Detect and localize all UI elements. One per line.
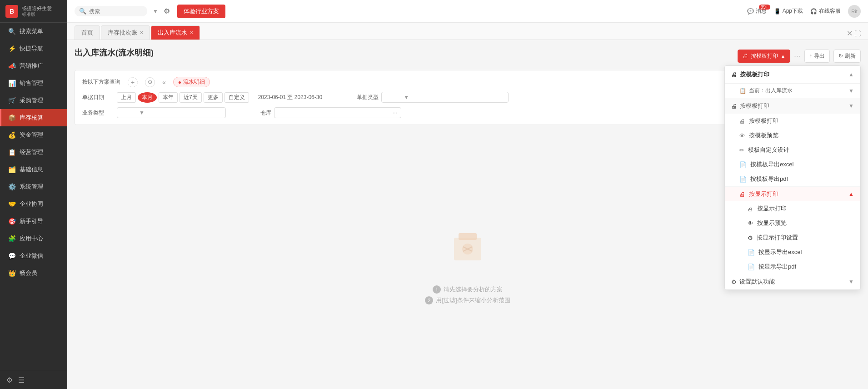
search-dropdown-arrow[interactable]: ▼ (153, 8, 158, 15)
settings-icon[interactable]: ⚙ (6, 376, 13, 384)
dropdown-display-print-group: 🖨 按显示打印 ▲ 🖨 按显示打印 👁 按显示预览 ⚙ 按显示打印设置 (725, 187, 860, 274)
sidebar-item-label: 资金管理 (20, 131, 43, 139)
sidebar-item-marketing[interactable]: 📣 营销推广 (0, 57, 67, 75)
sidebar-item-member[interactable]: 👑 畅会员 (0, 264, 67, 282)
app-download-label: App下载 (783, 7, 803, 15)
group-title-template: 🖨 按模板打印 (731, 102, 769, 110)
handshake-icon: 🤝 (8, 200, 16, 208)
date-btn-custom[interactable]: 自定义 (224, 92, 249, 103)
filter-prefix-label: 按以下方案查询 (82, 78, 120, 86)
date-btn-more[interactable]: 更多 (204, 92, 223, 103)
warehouse-input[interactable]: ··· (274, 107, 401, 118)
sidebar-item-apps[interactable]: 🧩 应用中心 (0, 230, 67, 247)
tab-batch-account[interactable]: 库存批次账 × (101, 25, 150, 40)
date-btn-7days[interactable]: 近7天 (180, 92, 202, 103)
window-maximize-icon[interactable]: ⛶ (854, 30, 861, 37)
date-range-display: 2023-06-01 至 2023-06-30 (258, 94, 322, 101)
pdf-icon: 📄 (748, 264, 755, 270)
refresh-label: 刷新 (845, 52, 856, 60)
sidebar-item-system[interactable]: ⚙️ 系统管理 (0, 178, 67, 195)
filter-date-label: 单据日期 (82, 94, 110, 101)
sidebar: B 畅捷通好生意 标准版 🔍 搜索菜单 ⚡ 快捷导航 📣 营销推广 📊 销售管理… (0, 0, 67, 389)
window-close-icon[interactable]: ✕ (847, 29, 853, 38)
collapse-icon[interactable]: ☰ (18, 376, 25, 384)
dropdown-item-display-preview[interactable]: 👁 按显示预览 (725, 216, 860, 230)
dropdown-item-display-print[interactable]: 🖨 按显示打印 (725, 201, 860, 216)
cart-icon: 🛒 (8, 96, 16, 105)
doc-type-arrow: ▼ (404, 94, 409, 100)
user-avatar[interactable]: Rit (848, 5, 861, 18)
app-download-button[interactable]: 📱 App下载 (774, 7, 803, 15)
filter-tag-icon: ● (178, 79, 181, 85)
tab-flow[interactable]: 出入库流水 × (151, 25, 200, 40)
settings-icon[interactable]: ⚙ (164, 7, 170, 15)
gear-icon: ⚙️ (8, 183, 16, 191)
customer-service-button[interactable]: 🎧 在线客服 (810, 7, 841, 15)
dropdown-item-display-export-pdf[interactable]: 📄 按显示导出pdf (725, 259, 860, 274)
empty-hint-1: 1 请先选择要分析的方案 (433, 285, 503, 294)
business-type-select[interactable]: ▼ (117, 107, 226, 118)
dropdown-item-template-preview[interactable]: 👁 按模板预览 (725, 128, 860, 143)
filter-add-button[interactable]: + (128, 77, 138, 87)
dropdown-item-template-export-excel[interactable]: 📄 按模板导出excel (725, 157, 860, 172)
eye-icon: 👁 (748, 220, 753, 227)
refresh-button[interactable]: ↻ 刷新 (833, 50, 861, 63)
tab-bar: 首页 库存批次账 × 出入库流水 × ✕ ⛶ (67, 23, 868, 40)
excel-icon: 📄 (748, 249, 755, 256)
sidebar-item-label: 畅会员 (20, 269, 37, 277)
sidebar-item-guide[interactable]: 🎯 新手引导 (0, 213, 67, 230)
sidebar-item-quick-nav[interactable]: ⚡ 快捷导航 (0, 40, 67, 57)
message-badge: 99+ (759, 5, 770, 10)
gear-icon: ⚙ (731, 279, 737, 285)
date-btn-this-year[interactable]: 本年 (159, 92, 178, 103)
sidebar-item-label: 销售管理 (20, 79, 43, 87)
document-type-select[interactable]: ▼ (381, 92, 509, 103)
sidebar-item-search[interactable]: 🔍 搜索菜单 (0, 23, 67, 40)
trial-button[interactable]: 体验行业方案 (177, 5, 225, 18)
sidebar-item-label: 采购管理 (20, 96, 43, 105)
dropdown-arrow-up[interactable]: ▲ (848, 71, 854, 78)
tab-close-icon[interactable]: × (140, 30, 143, 36)
filter-collapse-left-icon[interactable]: « (162, 79, 166, 86)
message-button[interactable]: 💬 消息 99+ (747, 7, 767, 15)
logo-text: 畅捷通好生意 标准版 (22, 5, 52, 17)
dropdown-item-display-export-excel[interactable]: 📄 按显示导出excel (725, 245, 860, 259)
sidebar-item-basic[interactable]: 🗂️ 基础信息 (0, 161, 67, 178)
print-template-button[interactable]: 🖨 按模板打印 ▲ (738, 50, 790, 63)
sidebar-item-ops[interactable]: 📋 经营管理 (0, 144, 67, 161)
bell-icon: 💬 (747, 8, 754, 15)
sidebar-item-label: 新手引导 (20, 217, 43, 225)
sidebar-item-purchase[interactable]: 🛒 采购管理 (0, 92, 67, 109)
page-title: 出入库流水(流水明细) (75, 47, 154, 58)
more-icon: ··· (393, 110, 397, 116)
dropdown-footer[interactable]: ⚙ 设置默认功能 ▼ (725, 274, 860, 289)
sidebar-item-inventory[interactable]: 📦 库存核算 (0, 109, 67, 126)
search-input[interactable] (89, 8, 125, 15)
dropdown-item-template-export-pdf[interactable]: 📄 按模板导出pdf (725, 172, 860, 186)
biz-type-arrow: ▼ (139, 110, 145, 116)
megaphone-icon: 📣 (8, 62, 16, 70)
dropdown-item-display-print-settings[interactable]: ⚙ 按显示打印设置 (725, 230, 860, 245)
sidebar-item-sales[interactable]: 📊 销售管理 (0, 75, 67, 92)
money-icon: 💰 (8, 131, 16, 139)
printer-icon: 🖨 (731, 71, 737, 78)
dropdown-item-template-customize[interactable]: ✏ 模板自定义设计 (725, 143, 860, 157)
tab-home[interactable]: 首页 (75, 25, 100, 40)
dropdown-item-template-print[interactable]: 🖨 按模板打印 (725, 114, 860, 128)
filter-gear-button[interactable]: ⚙ (145, 77, 155, 87)
dropdown-group-header-template[interactable]: 🖨 按模板打印 ▼ (725, 98, 860, 114)
footer-arrow: ▼ (848, 279, 854, 285)
sidebar-item-wechat[interactable]: 💬 企业微信 (0, 247, 67, 264)
search-box[interactable]: 🔍 (75, 6, 147, 16)
sidebar-item-finance[interactable]: 💰 资金管理 (0, 126, 67, 144)
lightning-icon: ⚡ (8, 45, 16, 53)
export-button[interactable]: ↑ 导出 (804, 50, 830, 63)
sidebar-item-corp[interactable]: 🤝 企业协同 (0, 195, 67, 213)
date-btn-last-month[interactable]: 上月 (117, 92, 136, 103)
date-btn-this-month[interactable]: 本月 (138, 92, 157, 103)
sidebar-item-label: 企业协同 (20, 200, 43, 208)
mobile-icon: 📱 (774, 8, 781, 15)
tab-close-icon[interactable]: × (190, 30, 193, 36)
dropdown-group-header-display[interactable]: 🖨 按显示打印 ▲ (725, 187, 860, 201)
more-icon[interactable]: ··· (794, 51, 801, 61)
